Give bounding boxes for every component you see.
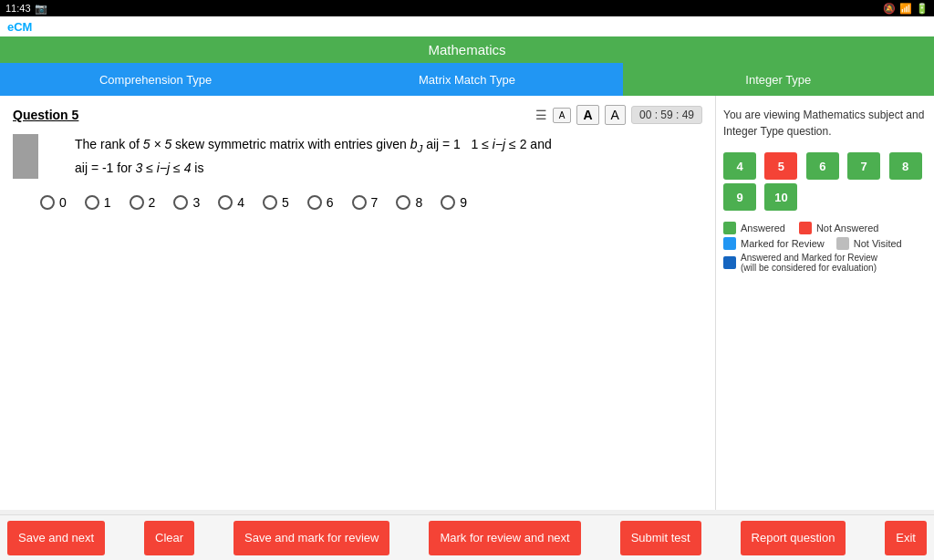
question-side-marker bbox=[13, 134, 38, 179]
radio-0[interactable] bbox=[40, 195, 55, 210]
q-num-7[interactable]: 7 bbox=[847, 152, 880, 180]
panel-info-text: You are viewing Mathematics subject and … bbox=[723, 103, 927, 143]
main-content: Question 5 ☰ A A A 00 : 59 : 49 The rank… bbox=[0, 96, 934, 510]
legend-answered-label: Answered bbox=[741, 223, 785, 233]
option-label-4: 4 bbox=[237, 195, 244, 210]
option-label-3: 3 bbox=[192, 195, 200, 210]
option-0[interactable]: 0 bbox=[40, 195, 67, 210]
save-and-next-button[interactable]: Save and next bbox=[7, 521, 105, 555]
status-time: 11:43 bbox=[5, 3, 31, 14]
exit-button[interactable]: Exit bbox=[885, 521, 927, 555]
radio-7[interactable] bbox=[352, 195, 367, 210]
option-8[interactable]: 8 bbox=[396, 195, 422, 210]
radio-8[interactable] bbox=[396, 195, 410, 210]
wifi-icon: 📶 bbox=[899, 3, 912, 15]
q-num-5[interactable]: 5 bbox=[764, 152, 797, 180]
radio-5[interactable] bbox=[263, 195, 277, 210]
question-tools: ☰ A A A 00 : 59 : 49 bbox=[535, 105, 702, 125]
status-bar: 11:43 📷 🔕 📶 🔋 bbox=[0, 0, 934, 16]
tab-comprehension[interactable]: Comprehension Type bbox=[0, 63, 311, 96]
tab-matrix[interactable]: Matrix Match Type bbox=[311, 63, 622, 96]
legend-blue-dot bbox=[723, 237, 736, 250]
q-num-6[interactable]: 6 bbox=[806, 152, 839, 180]
legend-answered-marked: Answered and Marked for Review(will be c… bbox=[723, 253, 927, 273]
radio-4[interactable] bbox=[218, 195, 233, 210]
radio-6[interactable] bbox=[307, 195, 322, 210]
save-and-mark-button[interactable]: Save and mark for review bbox=[234, 521, 389, 555]
legend-red-dot bbox=[799, 222, 812, 234]
tab-integer[interactable]: Integer Type bbox=[623, 63, 934, 96]
camera-icon: 📷 bbox=[35, 3, 47, 15]
question-number: Question 5 bbox=[13, 108, 78, 122]
option-9[interactable]: 9 bbox=[441, 195, 467, 210]
tab-row: Comprehension Type Matrix Match Type Int… bbox=[0, 63, 934, 96]
option-2[interactable]: 2 bbox=[130, 195, 156, 210]
radio-2[interactable] bbox=[130, 195, 144, 210]
subject-bar: Mathematics bbox=[0, 36, 934, 63]
mark-and-next-button[interactable]: Mark for review and next bbox=[429, 521, 580, 555]
submit-test-button[interactable]: Submit test bbox=[620, 521, 701, 555]
question-content: The rank of 5 × 5 skew symmetric matrix … bbox=[38, 134, 702, 179]
question-grid: 4 5 6 7 8 9 10 bbox=[723, 152, 927, 211]
option-label-2: 2 bbox=[149, 195, 156, 210]
q-num-9[interactable]: 9 bbox=[723, 183, 756, 211]
legend-not-visited-label: Not Visited bbox=[854, 238, 902, 249]
signal-icon: 🔕 bbox=[883, 3, 896, 15]
radio-3[interactable] bbox=[173, 195, 188, 210]
option-1[interactable]: 1 bbox=[85, 195, 111, 210]
option-label-8: 8 bbox=[415, 195, 422, 210]
subject-label: Mathematics bbox=[428, 42, 505, 57]
q-num-8[interactable]: 8 bbox=[889, 152, 922, 180]
option-label-7: 7 bbox=[371, 195, 379, 210]
battery-icon: 🔋 bbox=[916, 3, 929, 15]
legend-not-answered-label: Not Answered bbox=[816, 223, 878, 233]
font-medium-btn[interactable]: A bbox=[576, 105, 598, 125]
option-3[interactable]: 3 bbox=[173, 195, 200, 210]
option-label-6: 6 bbox=[327, 195, 334, 210]
option-label-1: 1 bbox=[104, 195, 111, 210]
bottom-toolbar: Save and next Clear Save and mark for re… bbox=[0, 514, 934, 560]
legend-green-dot bbox=[723, 222, 736, 234]
q-num-4[interactable]: 4 bbox=[723, 152, 756, 180]
option-4[interactable]: 4 bbox=[218, 195, 244, 210]
option-5[interactable]: 5 bbox=[263, 195, 289, 210]
left-panel: Question 5 ☰ A A A 00 : 59 : 49 The rank… bbox=[0, 96, 715, 510]
status-bar-left: 11:43 📷 bbox=[5, 3, 47, 15]
font-large-btn[interactable]: A bbox=[605, 105, 626, 125]
legend-gray-dot bbox=[836, 237, 849, 250]
status-bar-right: 🔕 📶 🔋 bbox=[883, 3, 929, 15]
clear-button[interactable]: Clear bbox=[144, 521, 194, 555]
legend-marked: Marked for Review Not Visited bbox=[723, 237, 927, 250]
option-7[interactable]: 7 bbox=[352, 195, 379, 210]
legend: Answered Not Answered Marked for Review … bbox=[723, 222, 927, 275]
timer-display: 00 : 59 : 49 bbox=[631, 106, 702, 124]
right-panel: You are viewing Mathematics subject and … bbox=[715, 96, 934, 510]
question-body: The rank of 5 × 5 skew symmetric matrix … bbox=[13, 134, 702, 179]
option-label-9: 9 bbox=[460, 195, 467, 210]
lines-icon: ☰ bbox=[535, 108, 547, 122]
legend-blue-dark-dot bbox=[723, 256, 736, 269]
radio-1[interactable] bbox=[85, 195, 99, 210]
legend-answered-marked-label: Answered and Marked for Review(will be c… bbox=[741, 253, 877, 273]
question-text: The rank of 5 × 5 skew symmetric matrix … bbox=[75, 134, 702, 179]
q-num-10[interactable]: 10 bbox=[764, 183, 797, 211]
question-header: Question 5 ☰ A A A 00 : 59 : 49 bbox=[13, 105, 702, 125]
legend-answered: Answered Not Answered bbox=[723, 222, 927, 234]
report-question-button[interactable]: Report question bbox=[741, 521, 846, 555]
option-label-0: 0 bbox=[59, 195, 67, 210]
option-label-5: 5 bbox=[282, 195, 289, 210]
option-6[interactable]: 6 bbox=[307, 195, 334, 210]
legend-marked-label: Marked for Review bbox=[741, 238, 825, 249]
app-title: eCM bbox=[7, 20, 32, 34]
app-header: eCM bbox=[0, 16, 934, 36]
answer-options: 0 1 2 3 4 5 6 bbox=[40, 195, 702, 210]
font-small-btn[interactable]: A bbox=[553, 108, 572, 123]
radio-9[interactable] bbox=[441, 195, 455, 210]
